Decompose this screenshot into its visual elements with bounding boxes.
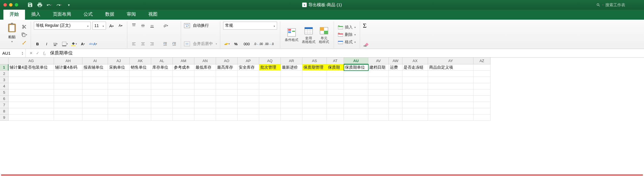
- cell-AN5[interactable]: [194, 89, 216, 96]
- tab-页面布局[interactable]: 页面布局: [47, 9, 77, 20]
- col-header-AY[interactable]: AY: [428, 58, 473, 64]
- cell-AZ7[interactable]: [473, 102, 491, 108]
- format-cells-button[interactable]: 格式▾: [337, 39, 357, 45]
- fx-icon[interactable]: fx: [43, 51, 48, 56]
- cells-area[interactable]: 辅计量4是否包装单位辅计量4条码报表辅单位采购单位销售单位库存单位参考成本最低库…: [9, 64, 491, 121]
- col-header-AG[interactable]: AG: [9, 58, 54, 64]
- cell-AG7[interactable]: [9, 102, 54, 108]
- row-header-4[interactable]: 4: [0, 83, 9, 89]
- col-header-AM[interactable]: AM: [173, 58, 194, 64]
- col-header-AT[interactable]: AT: [327, 58, 344, 64]
- cell-AG9[interactable]: [9, 114, 54, 121]
- cell-AO5[interactable]: [216, 89, 238, 96]
- col-header-AS[interactable]: AS: [302, 58, 327, 64]
- cell-AX6[interactable]: [402, 96, 428, 102]
- zoom-window-button[interactable]: [15, 3, 18, 7]
- decrease-decimal-button[interactable]: .00→.0: [265, 40, 274, 47]
- italic-button[interactable]: I: [43, 40, 50, 47]
- cell-AK4[interactable]: [130, 83, 151, 89]
- cell-AQ2[interactable]: [259, 71, 281, 77]
- col-header-AX[interactable]: AX: [402, 58, 428, 64]
- cell-AV4[interactable]: [368, 83, 389, 89]
- redo-icon[interactable]: ▾: [56, 2, 62, 8]
- cell-AK6[interactable]: [130, 96, 151, 102]
- col-header-AJ[interactable]: AJ: [108, 58, 130, 64]
- cancel-formula-button[interactable]: ✕: [30, 51, 33, 55]
- row-header-9[interactable]: 9: [0, 114, 9, 121]
- cell-AH1[interactable]: 辅计量4条码: [54, 64, 82, 71]
- comma-button[interactable]: 000: [241, 40, 252, 47]
- cell-AN3[interactable]: [194, 77, 216, 83]
- cell-AW2[interactable]: [389, 71, 402, 77]
- col-header-AZ[interactable]: AZ: [473, 58, 491, 64]
- cell-AK9[interactable]: [130, 114, 151, 121]
- cell-AO2[interactable]: [216, 71, 238, 77]
- cell-AT2[interactable]: [327, 71, 344, 77]
- cell-AU1[interactable]: 保质期单位: [344, 64, 368, 71]
- cell-AQ1[interactable]: 批次管理: [259, 64, 281, 71]
- cell-AZ5[interactable]: [473, 89, 491, 96]
- increase-decimal-button[interactable]: .0←.00: [254, 40, 263, 47]
- cell-AZ9[interactable]: [473, 114, 491, 121]
- row-headers[interactable]: 123456789: [0, 64, 9, 121]
- autosum-button[interactable]: Σ: [363, 22, 367, 29]
- cell-AW5[interactable]: [389, 89, 402, 96]
- cell-AT1[interactable]: 保质期: [327, 64, 344, 71]
- spreadsheet-grid[interactable]: AGAHAIAJAKALAMANAOAPAQARASATAUAVAWAXAYAZ…: [0, 58, 644, 121]
- increase-indent-button[interactable]: [171, 40, 178, 47]
- tab-公式[interactable]: 公式: [77, 9, 99, 20]
- row-header-5[interactable]: 5: [0, 89, 9, 96]
- cell-AS7[interactable]: [302, 102, 327, 108]
- cell-AZ6[interactable]: [473, 96, 491, 102]
- font-color-button[interactable]: A▾: [79, 40, 87, 47]
- cell-AH8[interactable]: [54, 108, 82, 114]
- cell-AQ7[interactable]: [259, 102, 281, 108]
- copy-button[interactable]: ▾: [20, 31, 28, 38]
- cell-AV2[interactable]: [368, 71, 389, 77]
- cell-AS8[interactable]: [302, 108, 327, 114]
- cell-AM2[interactable]: [173, 71, 194, 77]
- cell-AI1[interactable]: 报表辅单位: [82, 64, 108, 71]
- cell-AP6[interactable]: [238, 96, 259, 102]
- cell-AP8[interactable]: [238, 108, 259, 114]
- cell-AV7[interactable]: [368, 102, 389, 108]
- decrease-font-button[interactable]: A▾: [117, 22, 124, 29]
- cell-AV1[interactable]: 建档日期: [368, 64, 389, 71]
- cell-AR3[interactable]: [281, 77, 302, 83]
- currency-button[interactable]: ▾: [223, 40, 230, 47]
- cell-AG4[interactable]: [9, 83, 54, 89]
- cell-AR8[interactable]: [281, 108, 302, 114]
- cell-AN1[interactable]: 最低库存: [194, 64, 216, 71]
- wrap-text-button[interactable]: 自动换行: [193, 23, 209, 28]
- column-headers[interactable]: AGAHAIAJAKALAMANAOAPAQARASATAUAVAWAXAYAZ: [9, 58, 491, 64]
- cell-AY9[interactable]: [428, 114, 473, 121]
- cell-AJ9[interactable]: [108, 114, 130, 121]
- cell-AL1[interactable]: 库存单位: [151, 64, 173, 71]
- enter-formula-button[interactable]: ✓: [36, 51, 39, 55]
- cell-AG8[interactable]: [9, 108, 54, 114]
- cell-AQ9[interactable]: [259, 114, 281, 121]
- percent-button[interactable]: %: [232, 40, 240, 47]
- cell-AI3[interactable]: [82, 77, 108, 83]
- cell-AN8[interactable]: [194, 108, 216, 114]
- cell-AZ3[interactable]: [473, 77, 491, 83]
- cell-AR7[interactable]: [281, 102, 302, 108]
- cell-AG6[interactable]: [9, 96, 54, 102]
- cell-AL7[interactable]: [151, 102, 173, 108]
- cell-AP4[interactable]: [238, 83, 259, 89]
- col-header-AU[interactable]: AU: [344, 58, 368, 64]
- cell-AI2[interactable]: [82, 71, 108, 77]
- minimize-window-button[interactable]: [9, 3, 13, 7]
- merge-center-button[interactable]: 合并后居中: [193, 41, 213, 46]
- cell-AL3[interactable]: [151, 77, 173, 83]
- cell-AY3[interactable]: [428, 77, 473, 83]
- format-as-table-button[interactable]: 套用 表格格式: [300, 25, 317, 44]
- number-format-select[interactable]: 常规: [223, 22, 277, 30]
- font-size-select[interactable]: 11: [92, 22, 106, 30]
- font-name-select[interactable]: 等线 Regular (正文): [34, 22, 91, 30]
- cell-AN6[interactable]: [194, 96, 216, 102]
- cell-AR9[interactable]: [281, 114, 302, 121]
- cell-AT9[interactable]: [327, 114, 344, 121]
- cell-AN7[interactable]: [194, 102, 216, 108]
- insert-cells-button[interactable]: +插入▾: [337, 24, 357, 30]
